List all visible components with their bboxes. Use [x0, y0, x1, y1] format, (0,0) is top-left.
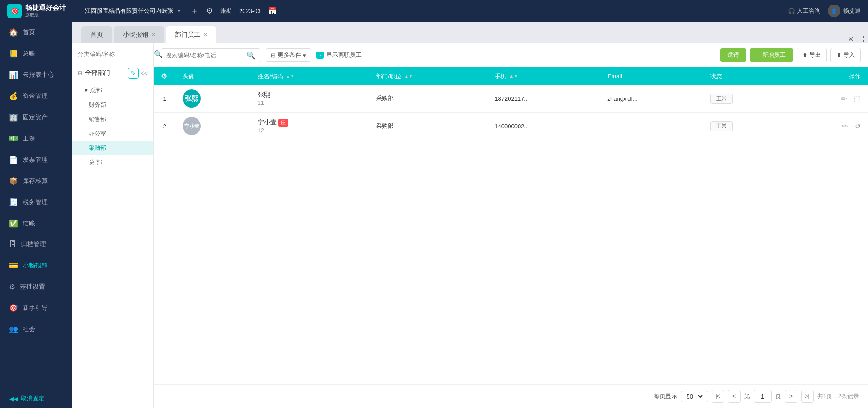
show-resigned-checkbox[interactable]: ✓	[316, 52, 324, 59]
user-info[interactable]: 👤 畅捷通	[828, 5, 861, 17]
add-employee-button[interactable]: + 新增员工	[750, 48, 793, 62]
more-filter-button[interactable]: ⊟ 更多条件 ▾	[266, 48, 311, 62]
logo-area: 🎯 畅捷通好会计 旗舰版	[7, 4, 80, 18]
user-name: 畅捷通	[843, 7, 861, 15]
tab-employee-label: 部门员工	[175, 31, 200, 39]
dept-search-input[interactable]	[78, 51, 154, 57]
export-label: 导出	[809, 51, 821, 59]
sidebar-item-inventory[interactable]: 📦 库存核算	[0, 170, 72, 192]
sidebar-item-expense[interactable]: 💳 小畅报销	[0, 255, 72, 276]
salary-icon: 💵	[9, 134, 18, 143]
sidebar-item-archive[interactable]: 🗄 归档管理	[0, 234, 72, 255]
expense-icon: 💳	[9, 261, 18, 270]
next-page-button[interactable]: >	[785, 390, 797, 403]
row2-name-cell: 宁小壹 应 12	[250, 113, 369, 140]
company-selector[interactable]: 江西服宝精品有限责任公司内账张 ▼	[80, 7, 187, 15]
row2-delete-button[interactable]: ↺	[855, 122, 861, 131]
row1-actions: ✏ ⬚	[788, 85, 868, 113]
dept-item-sales[interactable]: 销售部	[72, 112, 153, 127]
logo-icon: 🎯	[7, 4, 22, 18]
add-dept-button[interactable]: ✎	[128, 68, 139, 79]
sidebar-item-settings[interactable]: ⚙ 基础设置	[0, 276, 72, 297]
import-button[interactable]: ⬇ 导入	[830, 48, 861, 62]
sidebar-item-ledger[interactable]: 📒 总账	[0, 43, 72, 64]
inventory-icon: 📦	[9, 177, 18, 185]
employee-search-input[interactable]	[166, 52, 244, 59]
tab-close-all-button[interactable]: ✕	[848, 35, 854, 43]
dept-item-general[interactable]: 总 部	[72, 155, 153, 170]
dept-item-office[interactable]: 办公室	[72, 127, 153, 141]
filter-icon: ⊟	[271, 52, 276, 59]
sidebar-item-tax[interactable]: 🧾 税务管理	[0, 192, 72, 213]
tab-home[interactable]: 首页	[81, 26, 112, 43]
sidebar-label-reports: 云报表中心	[23, 71, 54, 79]
col-name[interactable]: 姓名/编码 ▲▼	[250, 67, 369, 85]
department-sidebar: 🔍 ⊞ 全部部门 ✎ << ▼ 总部 财务部	[72, 43, 154, 408]
row1-logout-button[interactable]: ⬚	[854, 94, 861, 103]
row2-actions: ✏ ↺	[788, 113, 868, 140]
tab-expense[interactable]: 小畅报销 ×	[114, 26, 164, 43]
page-number-input[interactable]	[754, 390, 772, 403]
tab-employee-close[interactable]: ×	[204, 32, 207, 38]
dept-item-finance[interactable]: 财务部	[72, 98, 153, 112]
cancel-pin-button[interactable]: ◀◀ 取消固定	[0, 389, 72, 408]
row1-index: 1	[154, 85, 175, 113]
col-phone[interactable]: 手机 ▲▼	[487, 67, 600, 85]
sidebar-item-salary[interactable]: 💵 工资	[0, 128, 72, 149]
col-action: 操作	[788, 67, 868, 85]
row2-edit-button[interactable]: ✏	[842, 122, 848, 131]
dept-group-zongbu[interactable]: ▼ 总部	[72, 83, 153, 98]
row2-avatar: 宁小壹	[183, 117, 201, 135]
table-row: 2 宁小壹 宁小壹 应	[154, 113, 868, 140]
sidebar-label-expense: 小畅报销	[23, 262, 48, 270]
col-dept[interactable]: 部门/职位 ▲▼	[369, 67, 487, 85]
sidebar-item-assets[interactable]: 🏢 固定资产	[0, 107, 72, 128]
sidebar-label-archive: 归档管理	[21, 240, 46, 249]
avatar: 👤	[828, 5, 840, 17]
sidebar-item-guide[interactable]: 🎯 新手引导	[0, 297, 72, 319]
row1-avatar: 张熙	[183, 89, 201, 108]
total-info: 共1页，2条记录	[817, 392, 859, 400]
collapse-dept-button[interactable]: <<	[141, 70, 148, 77]
export-button[interactable]: ⬆ 导出	[797, 48, 827, 62]
tab-maximize-button[interactable]: ⛶	[857, 35, 864, 43]
row1-email: zhangxidf...	[600, 85, 703, 113]
row1-avatar-cell: 张熙	[175, 85, 250, 113]
last-page-button[interactable]: >|	[801, 390, 814, 403]
first-page-button[interactable]: |<	[712, 390, 724, 403]
table-row: 1 张熙 张熙 11	[154, 85, 868, 113]
row1-edit-button[interactable]: ✏	[841, 94, 847, 103]
table-settings-button[interactable]: ⚙	[161, 72, 167, 80]
settings-button[interactable]: ⚙	[206, 6, 213, 16]
invite-button[interactable]: 邀请	[720, 48, 746, 62]
sidebar-item-invoice[interactable]: 📄 发票管理	[0, 149, 72, 170]
row2-avatar-cell: 宁小壹	[175, 113, 250, 140]
calendar-icon[interactable]: 📅	[268, 7, 277, 15]
sidebar-item-funds[interactable]: 💰 资金管理	[0, 85, 72, 107]
sidebar-item-social[interactable]: 👥 社会	[0, 319, 72, 340]
sidebar-item-settlement[interactable]: ✅ 结账	[0, 213, 72, 234]
dept-item-purchasing[interactable]: 采购部	[72, 141, 153, 155]
service-label: 人工咨询	[797, 7, 821, 15]
pin-icon: ◀◀	[9, 395, 18, 402]
show-resigned-checkbox-area[interactable]: ✓ 显示离职员工	[316, 51, 362, 59]
sidebar-item-reports[interactable]: 📊 云报表中心	[0, 64, 72, 85]
sidebar-item-home[interactable]: 🏠 首页	[0, 22, 72, 43]
row2-tag: 应	[278, 119, 288, 127]
col-status: 状态	[703, 67, 788, 85]
col-avatar: 头像	[175, 67, 250, 85]
tab-employee[interactable]: 部门员工 ×	[166, 26, 216, 43]
cancel-pin-label: 取消固定	[21, 394, 44, 403]
prev-page-button[interactable]: <	[728, 390, 741, 403]
per-page-select[interactable]: 50 10 20 100	[685, 393, 704, 400]
service-button[interactable]: 🎧 人工咨询	[788, 7, 821, 15]
add-tab-button[interactable]: ＋	[190, 5, 198, 16]
funds-icon: 💰	[9, 92, 18, 100]
sidebar-label-inventory: 库存核算	[23, 177, 48, 185]
row2-dept: 采购部	[369, 113, 487, 140]
settlement-icon: ✅	[9, 219, 18, 228]
period-value: 2023-03	[239, 8, 261, 14]
row1-code: 11	[258, 100, 362, 106]
tab-expense-close[interactable]: ×	[152, 32, 155, 38]
col-dept-sort-icon: ▲▼	[404, 74, 413, 79]
